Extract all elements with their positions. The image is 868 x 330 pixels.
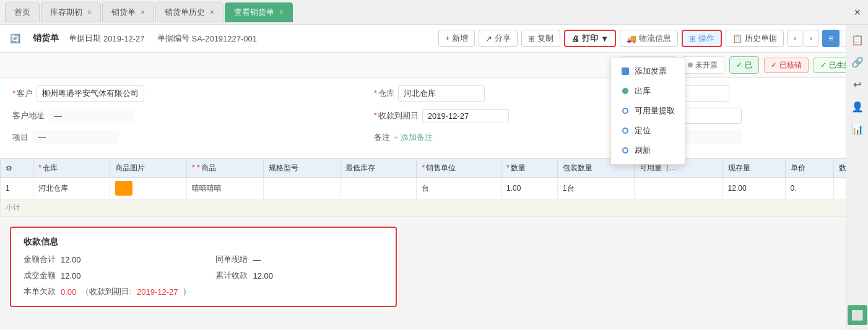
outbound-icon	[621, 87, 630, 95]
same-order-value: —	[253, 255, 261, 264]
nav-prev[interactable]: ‹	[788, 30, 802, 47]
tab-sales[interactable]: 销货单 ×	[102, 2, 154, 22]
tab-inventory[interactable]: 库存期初 ×	[41, 2, 101, 22]
locate-icon	[621, 126, 630, 135]
dropdown-available-qty[interactable]: 可用量提取	[611, 101, 685, 121]
col-warehouse: *仓库	[33, 159, 110, 178]
tab-bar: 首页 库存期初 × 销货单 × 销货单历史 × 查看销货单 × ×	[0, 0, 868, 25]
settings-icon[interactable]: ⚙	[6, 164, 12, 173]
warehouse-value: 河北仓库	[398, 85, 485, 102]
cell-product: 嘻嘻嘻嘻	[187, 178, 264, 199]
doc-header: 🔄 销货单 单据日期 2019-12-27 单据编号 SA-20191227-0…	[0, 25, 868, 53]
logistics-icon: 🚚	[627, 34, 636, 43]
operations-button[interactable]: ⊞ 操作	[682, 30, 722, 47]
cell-warehouse: 河北仓库	[33, 178, 110, 199]
tab-view-sales[interactable]: 查看销货单 ×	[225, 2, 293, 22]
cumulative-row: 累计收款 12.00	[215, 270, 383, 281]
due-amount-value: 0.00	[61, 287, 76, 297]
deal-amount-value: 12.00	[61, 271, 81, 280]
due-date-value: 2019-12-27	[422, 109, 509, 123]
tab-view-sales-label: 查看销货单	[234, 7, 274, 18]
cell-qty: 1.00	[501, 178, 558, 199]
cell-unit: 台	[417, 178, 501, 199]
share-button[interactable]: ↗ 分享	[479, 30, 518, 47]
tab-home-label: 首页	[14, 7, 30, 18]
new-button[interactable]: + 新增	[438, 30, 475, 47]
print-dropdown-icon: ▼	[601, 34, 609, 43]
share-icon: ↗	[485, 34, 492, 43]
toolbar-row: 📱 来自手机 未开票 ✓ 已 ✓ 已核销 ✓ 已生效	[0, 53, 868, 78]
due-date: 2019-12-27	[137, 287, 178, 297]
panel-icon-4[interactable]: 👤	[848, 97, 867, 116]
check-icon: ✓	[771, 61, 777, 69]
panel-icon-3[interactable]: ↩	[848, 74, 867, 94]
tab-sales-close[interactable]: ×	[141, 8, 145, 17]
cell-pack-qty: 1台	[557, 178, 634, 199]
cell-available	[634, 178, 723, 199]
amount-value: 12.00	[61, 255, 81, 264]
tab-inventory-close[interactable]: ×	[87, 8, 92, 17]
number-label: 单据编号 SA-20191227-001	[157, 33, 258, 44]
same-order-row: 同单现结 —	[215, 254, 383, 265]
tab-sales-history[interactable]: 销货单历史 ×	[155, 2, 224, 22]
due-date-field: *收款到期日 2019-12-27	[374, 109, 615, 123]
table-row: 1 河北仓库 嘻嘻嘻嘻 台 1.00 1台 12.00 0.	[1, 178, 868, 199]
dropdown-add-invoice[interactable]: 添加发票	[611, 61, 685, 81]
payment-col-left: 金额合计 12.00 成交金额 12.00 本单欠款 0.00 （收款到期日: …	[24, 254, 191, 297]
view-list[interactable]: ≡	[822, 30, 840, 47]
confirm-btn[interactable]: ✓ 已	[729, 56, 759, 74]
dropdown-refresh[interactable]: 刷新	[611, 141, 685, 160]
nav-next[interactable]: ›	[804, 30, 818, 47]
copy-icon: ⊞	[528, 34, 535, 43]
copy-button[interactable]: ⊞ 复制	[521, 30, 560, 47]
status-sold-badge: ✓ 已核销	[764, 58, 809, 73]
add-note-btn[interactable]: + 添加备注	[394, 132, 433, 143]
cell-spec	[263, 178, 340, 199]
col-qty: *数量	[501, 159, 558, 178]
main-content: 🔄 销货单 单据日期 2019-12-27 单据编号 SA-20191227-0…	[0, 25, 868, 330]
tab-home[interactable]: 首页	[5, 2, 40, 22]
form-row-1: *客户 柳州粤港平安气体有限公司 *仓库 河北仓库 业务员 演示账号	[12, 85, 856, 102]
operations-dropdown: 添加发票 出库 可用量提取 定位 刷新	[610, 57, 685, 165]
subtotal-row: 小计	[1, 199, 868, 217]
window-close-btn[interactable]: ×	[854, 6, 861, 19]
amount-row: 金额合计 12.00	[24, 254, 191, 265]
print-icon: 🖨	[571, 34, 579, 43]
col-current-stock: 现存量	[723, 159, 785, 178]
confirm-icon: ✓	[736, 61, 742, 69]
history-button[interactable]: 📋 历史单据	[726, 30, 784, 47]
available-icon	[621, 106, 630, 115]
cell-price: 0.	[785, 178, 833, 199]
nav-arrows: ‹ ›	[788, 30, 818, 47]
payment-col-right: 同单现结 — 累计收款 12.00	[215, 254, 383, 297]
doc-meta: 单据日期 2019-12-27 单据编号 SA-20191227-001	[69, 33, 257, 44]
print-button[interactable]: 🖨 打印 ▼	[564, 30, 616, 47]
dropdown-locate[interactable]: 定位	[611, 121, 685, 141]
col-price: 单价	[785, 159, 833, 178]
panel-icon-2[interactable]: 🔗	[848, 52, 867, 72]
col-product: * *商品	[187, 159, 264, 178]
tab-sales-history-label: 销货单历史	[165, 7, 205, 18]
operations-icon: ⊞	[689, 34, 696, 43]
panel-icon-5[interactable]: 📊	[848, 119, 867, 139]
payment-box: 收款信息 金额合计 12.00 成交金额 12.00 本单欠款	[10, 227, 397, 307]
form-area: *客户 柳州粤港平安气体有限公司 *仓库 河北仓库 业务员 演示账号 客户地址 …	[0, 78, 868, 158]
project-field: 项目 —	[12, 130, 374, 144]
cell-product-img	[110, 178, 187, 199]
deal-amount-row: 成交金额 12.00	[24, 270, 191, 281]
history-icon: 📋	[732, 34, 742, 43]
logistics-button[interactable]: 🚚 物流信息	[620, 30, 678, 47]
payment-grid: 金额合计 12.00 成交金额 12.00 本单欠款 0.00 （收款到期日: …	[24, 254, 383, 297]
col-spec: 规格型号	[263, 159, 340, 178]
not-opened-btn[interactable]: 未开票	[681, 56, 724, 74]
product-image	[115, 181, 132, 196]
dropdown-outbound[interactable]: 出库	[611, 81, 685, 101]
payment-section: 收款信息 金额合计 12.00 成交金额 12.00 本单欠款	[0, 217, 868, 317]
panel-icon-expand[interactable]: ⬜	[848, 305, 867, 325]
tab-sales-history-close[interactable]: ×	[210, 8, 214, 17]
sales-table: ⚙ *仓库 商品图片 * *商品 规格型号 最低库存 *销售单位 *数量 包装数…	[0, 158, 868, 217]
form-row-2: 客户地址 — *收款到期日 2019-12-27 *票据类型 不开票	[12, 108, 856, 124]
subtotal-label: 小计	[1, 199, 868, 217]
tab-view-sales-close[interactable]: ×	[279, 8, 284, 17]
panel-icon-1[interactable]: 📋	[848, 30, 867, 50]
